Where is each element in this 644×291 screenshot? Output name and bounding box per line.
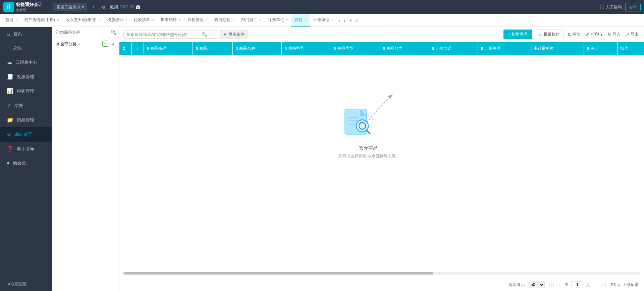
tab-subjects-close[interactable]: ×	[232, 18, 234, 22]
sidebar-item-vip[interactable]: ♦ 畅会员	[0, 156, 52, 170]
sidebar-vip-label: 畅会员	[13, 160, 26, 166]
sidebar-item-invoice[interactable]: 🧾 发票管理	[0, 69, 52, 84]
add-product-button[interactable]: + 新增商品	[503, 30, 532, 39]
tab-contacts-close[interactable]: ×	[286, 18, 288, 22]
table-settings-col[interactable]: ⚙	[119, 42, 131, 55]
tab-inventory-label: 存货	[294, 17, 303, 23]
help-label: 人工咨询	[606, 4, 622, 10]
next-page-button[interactable]: ›	[593, 281, 597, 288]
page-input[interactable]	[571, 281, 583, 288]
tab-period-close[interactable]: 期末结转 ×	[157, 14, 184, 27]
help-button[interactable]: 🎧 人工咨询	[599, 4, 622, 10]
import-button[interactable]: ↻ 导入	[606, 30, 622, 39]
sidebar-tax-label: 税务管理	[17, 88, 34, 94]
filter-button[interactable]: ▼ 更多条件	[220, 30, 248, 39]
tab-period-close-x[interactable]: ×	[179, 18, 181, 22]
tab-archive[interactable]: 归档管理 ×	[184, 14, 211, 27]
tab-subjects[interactable]: 科目期初 ×	[211, 14, 238, 27]
export-button[interactable]: ↗ 导出	[625, 30, 640, 39]
sidebar-item-ledger[interactable]: ≡ 总账	[0, 41, 52, 55]
tab-template[interactable]: 模版设计 ×	[104, 14, 131, 27]
table-col-barcode[interactable]: ⇅ 商品条码	[144, 42, 193, 55]
table-checkbox-col[interactable]: ☐	[131, 42, 144, 55]
main-layout: ⌂ 首页 ≡ 总账 ☁ 云报表中心 🧾 发票管理 📊 税务管理 ✓ 结账 📁 归…	[0, 27, 644, 291]
sidebar-settings-label: 基础设置	[15, 132, 32, 138]
sidebar-reports-label: 云报表中心	[15, 59, 37, 65]
sidebar-item-guide[interactable]: ❓ 新手引导	[0, 142, 52, 156]
tabs-close-all-button[interactable]: ×	[347, 17, 354, 24]
cloud-icon: ☁	[7, 59, 12, 65]
tab-income-label: 收入支出表(年报)	[66, 17, 97, 23]
sort-icon-8: ⇅	[481, 47, 483, 50]
tab-dept[interactable]: 部门员工 ×	[238, 14, 265, 27]
tabs-expand-button[interactable]: ⤢	[355, 18, 359, 23]
first-page-button[interactable]: |◁	[547, 281, 555, 288]
table-col-unit[interactable]: ⇅ 计量单位	[478, 42, 527, 55]
tab-unit-close[interactable]: ×	[331, 18, 333, 22]
account-button[interactable]: 会计	[625, 3, 641, 11]
search-icon: 🔍	[202, 32, 207, 37]
table-container: ⚙ ☐ ⇅ 商品条码 ⇅	[119, 42, 644, 269]
table-col-name[interactable]: ⇅ 商品名称	[233, 42, 282, 55]
table-col-main2[interactable]: ⇅ 主计	[584, 42, 617, 55]
batch-button[interactable]: ☑ 批量操作	[535, 30, 564, 39]
tab-tax[interactable]: 税表清单 ×	[130, 14, 157, 27]
tabs-navigation: ‹ › × ⤢	[337, 17, 359, 24]
settings-icon: ⚙	[7, 131, 11, 138]
tab-income[interactable]: 收入支出表(年报) ×	[62, 14, 104, 27]
print-button[interactable]: 🖨 打印 ▾	[584, 30, 604, 39]
horizontal-scrollbar[interactable]	[119, 269, 644, 278]
tab-archive-close[interactable]: ×	[206, 18, 208, 22]
prev-page-button[interactable]: ‹	[558, 281, 562, 288]
tab-balance-sheet[interactable]: 资产负债表(中期) ×	[21, 14, 62, 27]
settings-icon[interactable]: ⚙	[100, 3, 107, 11]
tab-balance-close[interactable]: ×	[57, 18, 59, 22]
col-main2-label: 主计	[590, 46, 598, 51]
sidebar-item-settings[interactable]: ⚙ 基础设置	[0, 127, 52, 142]
tab-unit[interactable]: 计量单位 ×	[310, 14, 337, 27]
table-col-category[interactable]: ⇅ 商品分类	[380, 42, 429, 55]
tab-contacts[interactable]: 往来单位 ×	[265, 14, 291, 27]
sort-icon-9: ⇅	[530, 47, 533, 50]
sidebar-pin-toggle[interactable]: ◄取消固定	[0, 277, 52, 291]
add-workspace-button[interactable]: +	[90, 3, 97, 11]
sidebar-item-close-accounts[interactable]: ✓ 结账	[0, 98, 52, 113]
table-col-type[interactable]: ⇅ 商品类型	[331, 42, 380, 55]
table-col-action: 操作	[618, 42, 644, 55]
tab-template-close[interactable]: ×	[125, 18, 127, 22]
sidebar-item-reports[interactable]: ☁ 云报表中心	[0, 55, 52, 69]
tabs-next-button[interactable]: ›	[342, 17, 347, 24]
workspace-selector[interactable]: 基层工会测试 ▾	[53, 3, 87, 11]
move-button[interactable]: ⇅ 移动	[566, 30, 582, 39]
sort-icon-4: ⇅	[284, 47, 287, 50]
tab-inventory-close[interactable]: ×	[305, 18, 307, 22]
last-page-button[interactable]: ▷|	[600, 281, 607, 288]
category-search-input[interactable]	[55, 30, 111, 35]
table-col-code[interactable]: ⇅ 商品...	[193, 42, 232, 55]
empty-state: 暂无商品 您可以选择新增,或者直接导入哦~	[119, 55, 618, 186]
tabs-prev-button[interactable]: ‹	[337, 17, 342, 24]
tab-home[interactable]: 首页 ×	[2, 14, 21, 27]
sidebar-home-label: 首页	[13, 31, 22, 37]
add-product-label: + 新增商品	[508, 32, 528, 37]
scroll-thumb[interactable]	[123, 272, 433, 275]
search-input[interactable]	[126, 32, 200, 37]
sidebar-item-home[interactable]: ⌂ 首页	[0, 27, 52, 41]
tab-dept-close[interactable]: ×	[259, 18, 261, 22]
period-value[interactable]: 2023-03	[119, 5, 134, 9]
table-col-price-method[interactable]: ⇅ 计价方式	[429, 42, 478, 55]
tab-home-close[interactable]: ×	[15, 18, 17, 22]
category-edit-button[interactable]: ✎	[102, 41, 108, 47]
tab-tax-close[interactable]: ×	[152, 18, 154, 22]
table-col-main-unit[interactable]: ⇅ 主计量单位	[527, 42, 584, 55]
tab-income-close[interactable]: ×	[99, 18, 101, 22]
sidebar-item-tax[interactable]: 📊 税务管理	[0, 84, 52, 98]
calendar-icon[interactable]: 📅	[136, 5, 141, 9]
toolbar: 🔍 ▼ 更多条件 + 新增商品 ☑ 批量操作	[119, 27, 644, 42]
print-icon: 🖨	[586, 32, 590, 37]
table-col-spec[interactable]: ⇅ 规格型号	[282, 42, 331, 55]
category-collapse-button[interactable]: ◄	[110, 41, 116, 47]
sidebar-item-archive[interactable]: 📁 归档管理	[0, 113, 52, 127]
tab-inventory[interactable]: 存货 ×	[291, 14, 310, 27]
per-page-select[interactable]: 50 10 20 100	[528, 281, 545, 288]
